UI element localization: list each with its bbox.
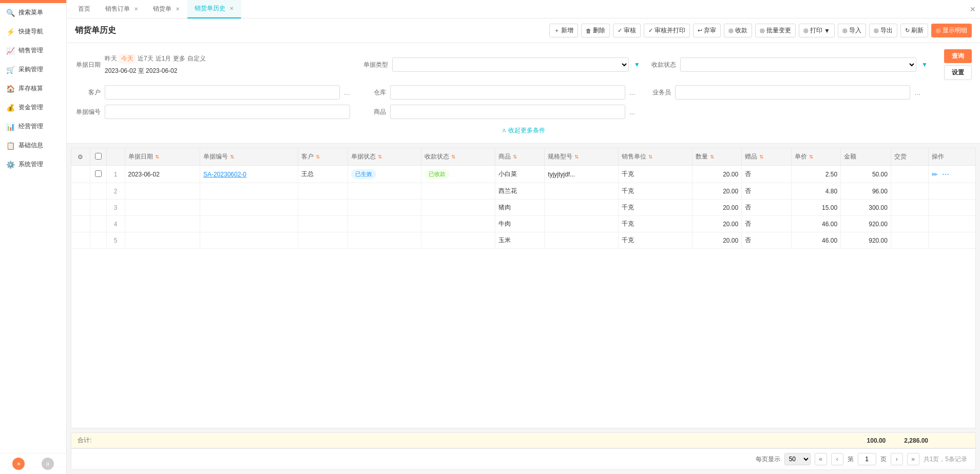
pag-last-button[interactable]: » [907,453,919,465]
pag-first-button[interactable]: « [815,453,827,465]
row-doc-no-2[interactable] [200,200,298,216]
tab-sales-history[interactable]: 销货单历史 ✕ [187,0,241,18]
sidebar-item-search-menu[interactable]: 🔍 搜索菜单 [0,3,66,22]
print-button[interactable]: ◎ 打印 ▼ [799,24,835,37]
sidebar-bottom-icon-1[interactable]: ☀ [12,458,25,470]
tab-close-all[interactable]: ✕ [970,5,976,13]
row-transaction-2 [891,200,928,216]
row-doc-no-0[interactable]: SA-20230602-0 [200,166,298,183]
warehouse-more-dots[interactable]: ... [629,88,636,96]
tab-bar: 首页 销售订单 ✕ 销货单 ✕ 销货单历史 ✕ ✕ [67,0,980,18]
sidebar-item-inventory[interactable]: 🏠 库存核算 [0,79,66,98]
row-checkbox-1[interactable] [90,183,106,200]
filter-date-item: 单据日期 昨天 今天 近7天 近1月 更多 自定义 2023-06-02 至 2… [75,54,352,75]
tab-home[interactable]: 首页 [71,0,98,18]
date-shortcut-yesterday[interactable]: 昨天 [105,54,117,63]
review-button[interactable]: ✓ 审核 [613,24,641,37]
delete-button[interactable]: 🗑 删除 [581,24,610,37]
th-spec[interactable]: 规格型号⇅ [545,148,619,166]
th-actions: 操作 [928,148,975,166]
filter-payment-status-select[interactable] [680,57,916,72]
print-label: 打印 [810,26,822,35]
sidebar-bottom-icon-2[interactable]: ⏸ [42,458,54,470]
row-doc-no-4[interactable] [200,232,298,249]
th-goods[interactable]: 商品⇅ [495,148,544,166]
pag-prev-button[interactable]: ‹ [831,453,843,465]
th-payment-status[interactable]: 收款状态⇅ [421,148,495,166]
date-shortcut-more[interactable]: 更多 [173,54,185,63]
tab-sales-history-close[interactable]: ✕ [229,6,234,11]
more-icon-0[interactable]: ⋯ [942,170,949,179]
th-doc-no[interactable]: 单据编号⇅ [200,148,298,166]
th-unit-price[interactable]: 单价⇅ [791,148,840,166]
th-doc-status[interactable]: 单据状态⇅ [348,148,421,166]
export-button[interactable]: ◎ 导出 [869,24,897,37]
add-button[interactable]: ＋ 新增 [549,24,578,37]
collect-button[interactable]: ◎ 收款 [724,24,752,37]
row-payment-status-1 [421,183,495,200]
refresh-button[interactable]: ↻ 刷新 [900,24,928,37]
sidebar-item-quick-nav[interactable]: ⚡ 快捷导航 [0,22,66,41]
per-page-select[interactable]: 50 100 200 [784,453,811,465]
th-checkbox[interactable] [90,148,106,166]
sidebar-item-sales-mgmt[interactable]: 📈 销售管理 [0,41,66,60]
sidebar-item-operations[interactable]: 📊 经营管理 [0,117,66,136]
date-shortcut-custom[interactable]: 自定义 [187,54,206,63]
show-detail-button[interactable]: ◎ 显示明细 [931,24,972,37]
query-settings-button[interactable]: 设置 [944,65,972,80]
row-spec-1 [545,183,619,200]
tab-sales-order-close[interactable]: ✕ [134,6,138,12]
filter-collapse-button[interactable]: ∧ 收起更多条件 [75,124,972,137]
th-quantity[interactable]: 数量⇅ [692,148,741,166]
row-doc-no-3[interactable] [200,216,298,232]
th-settings[interactable]: ⚙ [71,148,90,166]
sidebar-item-sys-mgmt[interactable]: ⚙️ 系统管理 [0,155,66,174]
abandon-button[interactable]: ↩ 弃审 [693,24,721,37]
customer-more-dots[interactable]: ... [344,88,350,96]
tab-sales-goods[interactable]: 销货单 ✕ [146,0,187,18]
row-check-0[interactable] [95,170,102,177]
date-shortcut-1month[interactable]: 近1月 [156,54,171,63]
sidebar-item-basic-info[interactable]: 📋 基础信息 [0,136,66,155]
sidebar-item-purchase-mgmt[interactable]: 🛒 采购管理 [0,60,66,79]
th-sales-unit[interactable]: 销售单位⇅ [619,148,693,166]
row-payment-status-3 [421,216,495,232]
filter-date-label: 单据日期 [75,61,101,69]
filter-customer-input[interactable] [105,85,340,100]
pag-next-button[interactable]: › [891,453,903,465]
batch-change-button[interactable]: ◎ 批量变更 [755,24,796,37]
edit-icon-0[interactable]: ✏ [932,170,938,179]
row-index-0: 1 [106,166,125,183]
th-gift[interactable]: 赠品⇅ [742,148,791,166]
th-customer[interactable]: 客户⇅ [298,148,348,166]
tab-sales-goods-close[interactable]: ✕ [176,6,180,12]
row-checkbox-0[interactable] [90,166,106,183]
sidebar-item-finance[interactable]: 💰 资金管理 [0,98,66,117]
pag-page-input[interactable] [858,453,876,465]
query-search-button[interactable]: 查询 [944,49,972,63]
row-checkbox-2[interactable] [90,200,106,216]
show-detail-label: 显示明细 [943,26,967,35]
row-checkbox-3[interactable] [90,216,106,232]
date-shortcut-7days[interactable]: 近7天 [138,54,153,63]
salesperson-more-dots[interactable]: ... [914,88,920,96]
filter-salesperson-input[interactable] [675,85,910,100]
filter-warehouse-input[interactable] [390,85,625,100]
sort-doc-no-icon: ⇅ [230,154,234,160]
row-checkbox-4[interactable] [90,232,106,249]
review-print-button[interactable]: ✓ 审核并打印 [644,24,690,37]
filter-doc-type-item: 单据类型 ▼ [362,57,640,72]
abandon-label: 弃审 [704,26,716,35]
show-detail-icon: ◎ [936,27,941,34]
tab-sales-order[interactable]: 销售订单 ✕ [98,0,146,18]
filter-doc-type-select[interactable] [392,57,628,72]
th-doc-date[interactable]: 单据日期⇅ [125,148,200,166]
row-doc-no-1[interactable] [200,183,298,200]
import-button[interactable]: ◎ 导入 [838,24,866,37]
filter-goods-input[interactable] [390,105,625,119]
doc-no-link-0[interactable]: SA-20230602-0 [203,171,246,178]
date-shortcut-today[interactable]: 今天 [119,54,136,64]
goods-more-dots[interactable]: ... [629,108,636,116]
select-all-checkbox[interactable] [95,153,102,160]
filter-docno-input[interactable] [105,105,350,119]
